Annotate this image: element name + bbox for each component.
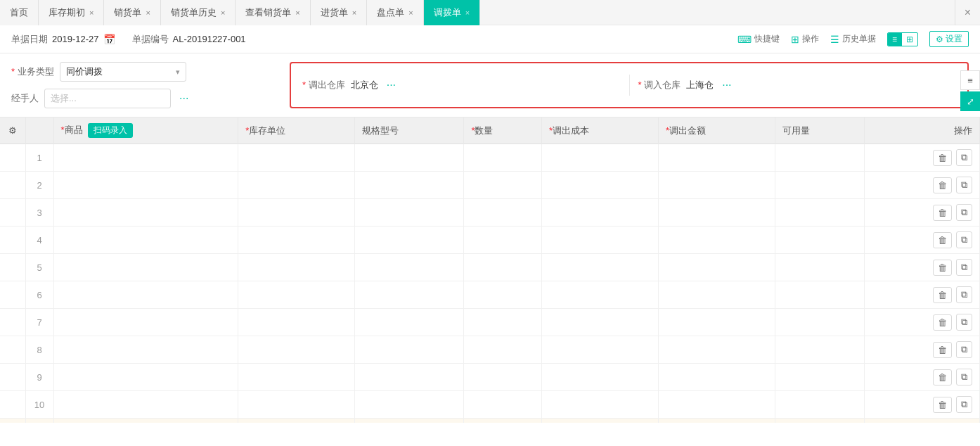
row-amount-cell[interactable] bbox=[658, 227, 775, 254]
row-cost-cell[interactable] bbox=[542, 364, 659, 391]
row-unit-cell[interactable] bbox=[238, 281, 355, 309]
row-unit-cell[interactable] bbox=[238, 144, 355, 172]
row-product-cell[interactable] bbox=[53, 281, 238, 309]
row-qty-cell[interactable] bbox=[464, 172, 542, 199]
row-cost-cell[interactable] bbox=[542, 254, 659, 281]
business-type-select[interactable]: 同价调拨 ▾ bbox=[60, 62, 186, 82]
row-unit-cell[interactable] bbox=[238, 172, 355, 199]
row-product-cell[interactable] bbox=[53, 172, 238, 199]
row-product-cell[interactable] bbox=[53, 336, 238, 364]
row-spec-cell[interactable] bbox=[355, 172, 464, 199]
row-delete-btn[interactable]: 🗑 bbox=[933, 150, 952, 166]
row-cost-cell[interactable] bbox=[542, 391, 659, 419]
tab-sales-history-close[interactable]: × bbox=[221, 8, 225, 17]
row-amount-cell[interactable] bbox=[658, 309, 775, 336]
row-qty-cell[interactable] bbox=[464, 199, 542, 227]
row-qty-cell[interactable] bbox=[464, 227, 542, 254]
row-delete-btn[interactable]: 🗑 bbox=[933, 397, 952, 413]
row-qty-cell[interactable] bbox=[464, 281, 542, 309]
tab-home[interactable]: 首页 bbox=[0, 0, 39, 25]
tab-sales-order[interactable]: 销货单 × bbox=[104, 0, 160, 25]
row-qty-cell[interactable] bbox=[464, 144, 542, 172]
row-unit-cell[interactable] bbox=[238, 336, 355, 364]
row-cost-cell[interactable] bbox=[542, 309, 659, 336]
row-spec-cell[interactable] bbox=[355, 199, 464, 227]
tab-inventory-init-close[interactable]: × bbox=[89, 8, 94, 17]
row-copy-btn[interactable]: ⧉ bbox=[956, 369, 972, 386]
row-spec-cell[interactable] bbox=[355, 336, 464, 364]
row-delete-btn[interactable]: 🗑 bbox=[933, 287, 952, 303]
row-product-cell[interactable] bbox=[53, 364, 238, 391]
row-amount-cell[interactable] bbox=[658, 336, 775, 364]
row-unit-cell[interactable] bbox=[238, 309, 355, 336]
row-unit-cell[interactable] bbox=[238, 199, 355, 227]
history-btn[interactable]: ☰ 历史单据 bbox=[830, 33, 876, 45]
sidebar-expand-btn[interactable]: ⤢ bbox=[960, 91, 980, 111]
scan-btn[interactable]: 扫码录入 bbox=[88, 123, 133, 138]
warehouse-out-more-icon[interactable]: ··· bbox=[387, 79, 396, 91]
row-amount-cell[interactable] bbox=[658, 254, 775, 281]
tab-purchase-order[interactable]: 进货单 × bbox=[311, 0, 367, 25]
row-qty-cell[interactable] bbox=[464, 309, 542, 336]
row-unit-cell[interactable] bbox=[238, 364, 355, 391]
tab-view-sales[interactable]: 查看销货单 × bbox=[236, 0, 310, 25]
row-spec-cell[interactable] bbox=[355, 254, 464, 281]
row-cost-cell[interactable] bbox=[542, 172, 659, 199]
row-qty-cell[interactable] bbox=[464, 391, 542, 419]
table-scroll-container[interactable]: ⚙ *商品 扫码录入 *库存单位 规格型号 *数量 bbox=[0, 117, 980, 423]
row-spec-cell[interactable] bbox=[355, 364, 464, 391]
row-copy-btn[interactable]: ⧉ bbox=[956, 231, 972, 248]
row-copy-btn[interactable]: ⧉ bbox=[956, 286, 972, 303]
tab-inventory-init[interactable]: 库存期初 × bbox=[39, 0, 104, 25]
row-delete-btn[interactable]: 🗑 bbox=[933, 205, 952, 221]
row-copy-btn[interactable]: ⧉ bbox=[956, 341, 972, 358]
row-unit-cell[interactable] bbox=[238, 391, 355, 419]
view-grid-btn[interactable]: ⊞ bbox=[902, 33, 917, 46]
row-product-cell[interactable] bbox=[53, 254, 238, 281]
row-qty-cell[interactable] bbox=[464, 364, 542, 391]
tab-sales-order-close[interactable]: × bbox=[146, 8, 150, 17]
warehouse-in-more-icon[interactable]: ··· bbox=[722, 79, 731, 91]
row-product-cell[interactable] bbox=[53, 227, 238, 254]
operations-btn[interactable]: ⊞ 操作 bbox=[791, 33, 819, 45]
row-spec-cell[interactable] bbox=[355, 309, 464, 336]
row-delete-btn[interactable]: 🗑 bbox=[933, 260, 952, 276]
row-amount-cell[interactable] bbox=[658, 172, 775, 199]
row-product-cell[interactable] bbox=[53, 144, 238, 172]
row-cost-cell[interactable] bbox=[542, 281, 659, 309]
handler-more-icon[interactable]: ··· bbox=[179, 92, 188, 105]
row-product-cell[interactable] bbox=[53, 391, 238, 419]
tab-purchase-order-close[interactable]: × bbox=[352, 8, 356, 17]
row-delete-btn[interactable]: 🗑 bbox=[933, 232, 952, 248]
row-delete-btn[interactable]: 🗑 bbox=[933, 314, 952, 331]
row-amount-cell[interactable] bbox=[658, 281, 775, 309]
tab-view-sales-close[interactable]: × bbox=[295, 8, 299, 17]
tab-stocktake[interactable]: 盘点单 × bbox=[367, 0, 423, 25]
handler-select[interactable]: 选择... bbox=[44, 89, 171, 108]
row-amount-cell[interactable] bbox=[658, 199, 775, 227]
row-unit-cell[interactable] bbox=[238, 254, 355, 281]
tab-stocktake-close[interactable]: × bbox=[408, 8, 413, 17]
calendar-icon[interactable]: 📅 bbox=[103, 34, 115, 45]
tab-sales-history[interactable]: 销货单历史 × bbox=[161, 0, 236, 25]
gear-icon[interactable]: ⚙ bbox=[8, 125, 17, 136]
window-close-btn[interactable]: × bbox=[955, 0, 980, 25]
tab-transfer[interactable]: 调拨单 × bbox=[424, 0, 480, 25]
row-copy-btn[interactable]: ⧉ bbox=[956, 396, 972, 413]
row-copy-btn[interactable]: ⧉ bbox=[956, 204, 972, 221]
row-amount-cell[interactable] bbox=[658, 144, 775, 172]
view-list-btn[interactable]: ≡ bbox=[888, 33, 902, 46]
row-delete-btn[interactable]: 🗑 bbox=[933, 369, 952, 386]
row-qty-cell[interactable] bbox=[464, 254, 542, 281]
row-qty-cell[interactable] bbox=[464, 336, 542, 364]
row-product-cell[interactable] bbox=[53, 309, 238, 336]
row-cost-cell[interactable] bbox=[542, 336, 659, 364]
row-spec-cell[interactable] bbox=[355, 144, 464, 172]
row-copy-btn[interactable]: ⧉ bbox=[956, 259, 972, 276]
row-unit-cell[interactable] bbox=[238, 227, 355, 254]
col-settings-header[interactable]: ⚙ bbox=[0, 117, 25, 144]
sidebar-list-btn[interactable]: ≡ bbox=[960, 70, 980, 90]
row-delete-btn[interactable]: 🗑 bbox=[933, 342, 952, 358]
settings-btn[interactable]: ⚙ 设置 bbox=[929, 31, 969, 47]
row-cost-cell[interactable] bbox=[542, 227, 659, 254]
